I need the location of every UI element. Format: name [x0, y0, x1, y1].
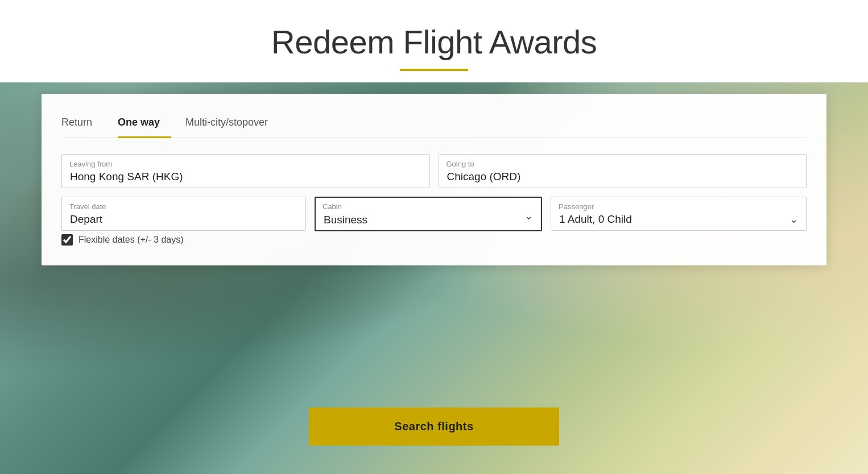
flexible-dates-label[interactable]: Flexible dates (+/- 3 days): [61, 234, 184, 246]
page-wrapper: Redeem Flight Awards Return One way Mult…: [0, 0, 868, 474]
page-title: Redeem Flight Awards: [0, 23, 868, 61]
travel-date-group: Travel date: [61, 197, 306, 231]
details-row: Travel date Cabin Economy Premium Econom…: [61, 197, 807, 231]
search-button-wrapper: Search flights: [309, 408, 559, 446]
origin-destination-row: Leaving from Going to: [61, 154, 807, 188]
search-form-container: Return One way Multi-city/stopover Leavi…: [42, 94, 826, 265]
passenger-value: 1 Adult, 0 Child: [559, 213, 632, 226]
passenger-group: Passenger 1 Adult, 0 Child ⌄: [551, 197, 807, 231]
leaving-from-group: Leaving from: [61, 154, 430, 188]
leaving-from-input[interactable]: [61, 154, 430, 188]
bg-section: Return One way Multi-city/stopover Leavi…: [0, 82, 868, 474]
passenger-dropdown-arrow: ⌄: [790, 213, 798, 226]
cabin-group: Cabin Economy Premium Economy Business F…: [315, 197, 542, 231]
tab-multi-city[interactable]: Multi-city/stopover: [185, 111, 279, 138]
search-flights-button[interactable]: Search flights: [309, 408, 559, 446]
going-to-input[interactable]: [439, 154, 807, 188]
title-underline: [400, 69, 468, 71]
flexible-dates-row: Flexible dates (+/- 3 days): [61, 234, 807, 246]
cabin-select[interactable]: Economy Premium Economy Business First: [315, 197, 542, 231]
flight-type-tabs: Return One way Multi-city/stopover: [61, 111, 807, 138]
flexible-dates-checkbox[interactable]: [61, 234, 73, 246]
tab-one-way[interactable]: One way: [118, 111, 171, 138]
flexible-dates-text: Flexible dates (+/- 3 days): [78, 235, 184, 245]
tab-return[interactable]: Return: [61, 111, 104, 138]
passenger-selector[interactable]: 1 Adult, 0 Child ⌄: [551, 197, 807, 231]
travel-date-input[interactable]: [61, 197, 306, 231]
going-to-group: Going to: [439, 154, 807, 188]
header-section: Redeem Flight Awards: [0, 0, 868, 82]
